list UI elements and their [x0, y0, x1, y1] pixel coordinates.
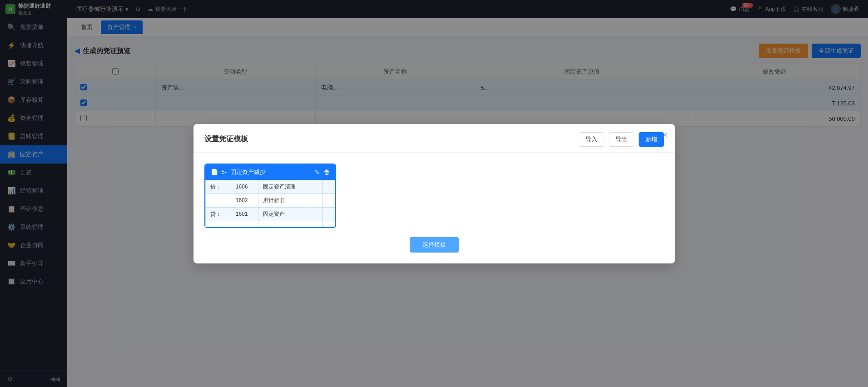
entry-type-3: 贷：	[205, 207, 231, 221]
select-template-button[interactable]: 选择模板	[410, 237, 459, 253]
edit-template-icon[interactable]: ✎	[314, 169, 320, 176]
modal-overlay: 设置凭证模板 导入 导出 新增 × 📄 5-固定资产减少 ✎ 🗑	[0, 0, 868, 387]
template-doc-icon: 📄	[211, 169, 218, 175]
entry-code-3: 1601	[231, 207, 258, 221]
entry-debit-3	[311, 207, 322, 221]
entry-account-3: 固定资产	[258, 207, 311, 221]
voucher-template-modal: 设置凭证模板 导入 导出 新增 × 📄 5-固定资产减少 ✎ 🗑	[193, 124, 675, 263]
modal-close-button[interactable]: ×	[663, 130, 668, 140]
entry-account-1: 固定资产清理	[258, 180, 311, 194]
entry-debit-1	[311, 180, 322, 194]
entry-debit-2	[311, 194, 322, 207]
template-entry-row: 1602 累计折旧	[205, 194, 335, 207]
template-card-header: 📄 5-固定资产减少 ✎ 🗑	[205, 164, 335, 180]
template-card-title: 📄 5-固定资产减少	[211, 168, 266, 176]
template-entry-row: 借： 1606 固定资产清理	[205, 180, 335, 194]
export-button[interactable]: 导出	[609, 132, 634, 147]
template-entry-row	[205, 221, 335, 227]
entry-type-1: 借：	[205, 180, 231, 194]
entry-code-4	[231, 221, 258, 227]
modal-header: 设置凭证模板 导入 导出 新增 ×	[193, 124, 675, 153]
entry-code-2: 1602	[231, 194, 258, 207]
entry-credit-4	[323, 221, 335, 227]
entry-type-4	[205, 221, 231, 227]
entry-account-4	[258, 221, 311, 227]
template-card-actions: ✎ 🗑	[314, 169, 330, 176]
template-id: 5-	[222, 169, 227, 175]
entry-debit-4	[311, 221, 322, 227]
new-template-button[interactable]: 新增	[639, 132, 664, 147]
entry-code-1: 1606	[231, 180, 258, 194]
entry-credit-2	[323, 194, 335, 207]
entry-account-2: 累计折旧	[258, 194, 311, 207]
template-card: 📄 5-固定资产减少 ✎ 🗑 借： 1606 固定资产清理	[204, 164, 336, 228]
entry-credit-3	[323, 207, 335, 221]
import-button[interactable]: 导入	[579, 132, 604, 147]
modal-body: 📄 5-固定资产减少 ✎ 🗑 借： 1606 固定资产清理	[193, 153, 675, 263]
entry-type-2	[205, 194, 231, 207]
delete-template-icon[interactable]: 🗑	[323, 169, 330, 176]
template-name: 固定资产减少	[230, 168, 266, 176]
template-entry-row: 贷： 1601 固定资产	[205, 207, 335, 221]
modal-header-actions: 导入 导出 新增	[579, 132, 664, 147]
entry-credit-1	[323, 180, 335, 194]
modal-title: 设置凭证模板	[204, 134, 248, 144]
template-entries-table: 借： 1606 固定资产清理 1602 累计折旧	[205, 180, 335, 227]
